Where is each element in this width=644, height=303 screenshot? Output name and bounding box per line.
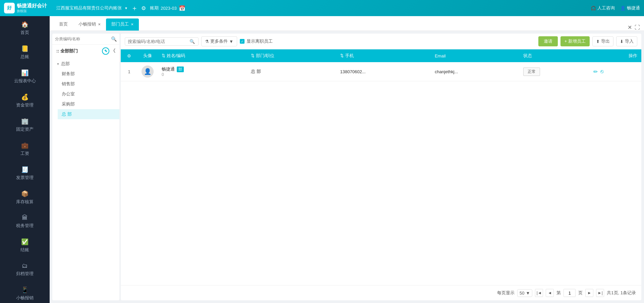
support-button[interactable]: 🎧 人工咨询 (591, 5, 615, 11)
dept-collapse-icon[interactable]: 《 (111, 48, 115, 54)
dept-search-icon[interactable]: 🔍 (111, 36, 117, 42)
settings-icon[interactable]: ⚙ (141, 5, 146, 11)
user-account[interactable]: 👤 畅捷通 (620, 5, 640, 11)
tab-expense-label: 小畅报销 (78, 21, 96, 27)
dept-tree: ▼ 总部 财务部 销售部 办公室 采购部 总 部 (52, 57, 119, 121)
sidebar-label-expense: 小畅报销 (16, 295, 34, 301)
sidebar-item-tax[interactable]: 🏛 税务管理 (0, 210, 50, 233)
employee-name-text: 畅捷通 (162, 66, 175, 72)
tab-home[interactable]: 首页 (54, 18, 73, 31)
assets-icon: 🏢 (21, 118, 29, 125)
employee-avatar: 👤 (142, 66, 154, 78)
sidebar-item-salary[interactable]: 💼 工资 (0, 137, 50, 161)
last-page-button[interactable]: ►| (596, 289, 604, 297)
add-account-button[interactable]: ＋ (131, 4, 138, 13)
employee-search-input[interactable] (128, 39, 188, 44)
sidebar-label-tax: 税务管理 (16, 223, 34, 229)
expense-icon: 📱 (21, 286, 29, 294)
close-window-icon[interactable]: ✕ (628, 24, 632, 31)
dept-node-general[interactable]: 总 部 (58, 109, 119, 119)
dept-edit-button[interactable]: ✎ (102, 47, 109, 55)
tab-bar: 首页 小畅报销 ✕ 部门员工 ✕ ✕ ⛶ (50, 16, 644, 31)
tab-actions: ✕ ⛶ (628, 24, 640, 31)
dept-expand-icon: ▼ (56, 62, 60, 66)
sidebar-item-fixed-assets[interactable]: 🏢 固定资产 (0, 113, 50, 137)
tab-expense[interactable]: 小畅报销 ✕ (73, 18, 106, 31)
sidebar-item-closing[interactable]: ✅ 结账 (0, 233, 50, 258)
employee-email-cell: chanjethkj... (431, 62, 519, 81)
employee-avatar-cell: 👤 (138, 62, 158, 81)
col-name[interactable]: ⇅ 姓名/编码 (158, 49, 247, 62)
page-size-selector[interactable]: 50 ▼ (517, 289, 532, 297)
prev-page-button[interactable]: ◄ (546, 289, 554, 297)
dept-node-sales[interactable]: 销售部 (58, 79, 119, 89)
export-button[interactable]: ⬆ 导出 (592, 36, 613, 46)
dept-node-procurement[interactable]: 采购部 (58, 99, 119, 109)
sidebar-item-home[interactable]: 🏠 首页 (0, 16, 50, 40)
employee-dept-cell: 总 部 (247, 62, 336, 81)
dept-node-office[interactable]: 办公室 (58, 89, 119, 99)
tax-icon: 🏛 (22, 214, 28, 221)
maximize-icon[interactable]: ⛶ (635, 25, 640, 31)
dept-panel: 🔍 :: 全部部门 ✎ 《 ▼ 总部 (52, 34, 119, 300)
dept-node-finance[interactable]: 财务部 (58, 69, 119, 79)
ledger-icon: 📒 (21, 45, 29, 52)
tab-department-label: 部门员工 (111, 21, 129, 27)
company-selector[interactable]: 江西服宝精品有限责任公司内账张 ▼ (56, 5, 128, 11)
account-period: 账期 2023-03 📅 (150, 5, 185, 11)
filter-button[interactable]: ⚗ 更多条件 ▼ (201, 36, 237, 46)
dept-group-name: 总部 (61, 61, 70, 67)
sidebar-item-archive[interactable]: 🗂 归档管理 (0, 258, 50, 282)
tab-department-close[interactable]: ✕ (131, 23, 133, 26)
sidebar-item-reports[interactable]: 📊 云报表中心 (0, 64, 50, 89)
employee-name-cell: 畅捷通 部 0 (158, 62, 247, 81)
edit-button[interactable]: ✏ (593, 69, 598, 75)
add-employee-button[interactable]: + 新增员工 (560, 36, 590, 46)
next-page-button[interactable]: ► (585, 289, 593, 297)
logout-button[interactable]: ⎋ (600, 69, 604, 75)
sidebar-label-archive: 归档管理 (16, 271, 34, 277)
sidebar-item-general-ledger[interactable]: 📒 总账 (0, 40, 50, 64)
top-header: 好 畅捷通好会计 旗舰版 江西服宝精品有限责任公司内账张 ▼ ＋ ⚙ 账期 20… (0, 0, 644, 16)
dept-group-headquarters: ▼ 总部 财务部 销售部 办公室 采购部 总 部 (52, 59, 119, 119)
all-departments-label: :: 全部部门 (56, 48, 78, 54)
sidebar-label-funds: 资金管理 (16, 102, 34, 108)
col-settings[interactable]: ⚙ (121, 49, 138, 62)
employee-action-cell: ✏ ⎋ (589, 62, 641, 81)
company-dropdown-icon: ▼ (124, 6, 128, 10)
dept-search: 🔍 (52, 34, 119, 45)
page-size-dropdown-icon: ▼ (526, 291, 530, 296)
sidebar-item-inventory[interactable]: 📦 库存核算 (0, 185, 50, 210)
page-of-label: 第 (556, 290, 561, 296)
page-number-input[interactable] (564, 289, 576, 297)
support-label: 人工咨询 (597, 5, 615, 11)
invoice-icon: 🧾 (21, 166, 29, 173)
first-page-button[interactable]: |◄ (535, 289, 543, 297)
col-phone[interactable]: ⇅ 手机 (336, 49, 431, 62)
salary-icon: 💼 (21, 142, 29, 149)
sidebar-item-expense[interactable]: 📱 小畅报销 (0, 282, 50, 303)
invite-button[interactable]: 邀请 (538, 36, 558, 46)
show-resigned-label: 显示离职员工 (247, 38, 273, 44)
calendar-icon[interactable]: 📅 (179, 5, 185, 11)
dept-group-header[interactable]: ▼ 总部 (52, 59, 119, 69)
employee-search-icon[interactable]: 🔍 (190, 39, 195, 44)
tab-expense-close[interactable]: ✕ (98, 23, 101, 26)
sidebar-item-invoice[interactable]: 🧾 发票管理 (0, 161, 50, 185)
show-resigned-toggle[interactable]: ✓ 显示离职员工 (240, 38, 273, 44)
total-records-label: 共1页, 1条记录 (607, 290, 636, 296)
inventory-icon: 📦 (21, 190, 29, 198)
employee-dept-badge: 部 (177, 67, 184, 72)
resigned-checkbox[interactable]: ✓ (240, 39, 245, 44)
import-button[interactable]: ⬇ 导入 (616, 36, 637, 46)
col-dept[interactable]: ⇅ 部门/职位 (247, 49, 336, 62)
dept-search-input[interactable] (55, 37, 110, 41)
sidebar: 🏠 首页 📒 总账 📊 云报表中心 💰 资金管理 🏢 固定资产 💼 工资 🧾 发… (0, 16, 50, 303)
tab-department[interactable]: 部门员工 ✕ (106, 18, 139, 31)
reports-icon: 📊 (21, 69, 29, 77)
account-period-label: 账期 (150, 5, 159, 11)
employee-search-box: 🔍 (125, 37, 199, 46)
status-badge: 正常 (523, 68, 540, 76)
page-content: 🔍 :: 全部部门 ✎ 《 ▼ 总部 (50, 31, 644, 303)
sidebar-item-funds[interactable]: 💰 资金管理 (0, 89, 50, 113)
